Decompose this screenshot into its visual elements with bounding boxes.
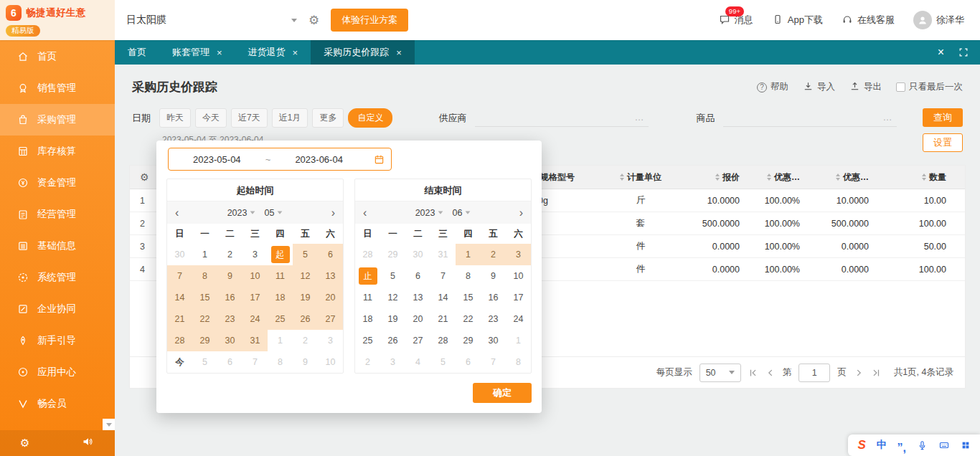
date-cell[interactable]: 24 [242, 308, 268, 330]
year-select[interactable]: 2023 [227, 208, 256, 218]
date-cell[interactable]: 28 [355, 244, 380, 265]
date-cell-marker[interactable]: 止 [355, 265, 380, 287]
date-cell[interactable]: 7 [167, 265, 192, 287]
sound-icon[interactable] [82, 436, 93, 450]
date-cell[interactable]: 12 [293, 265, 318, 287]
date-cell[interactable]: 2 [481, 244, 506, 265]
prev-page-button[interactable] [765, 368, 776, 378]
sidebar-item-home[interactable]: 首页 [0, 41, 115, 72]
date-cell[interactable]: 15 [192, 287, 217, 308]
date-cell[interactable]: 3 [506, 244, 531, 265]
next-month-icon[interactable]: › [519, 201, 523, 224]
date-cell[interactable]: 30 [217, 330, 242, 351]
date-cell[interactable]: 19 [380, 308, 405, 330]
date-preset-button[interactable]: 近1月 [272, 108, 308, 128]
messages-button[interactable]: 99+ 消息 [719, 14, 753, 27]
date-cell[interactable]: 1 [192, 244, 217, 265]
fullscreen-icon[interactable] [958, 47, 969, 57]
user-menu[interactable]: 徐泽华 [913, 11, 964, 29]
date-cell[interactable]: 1 [456, 244, 481, 265]
date-cell[interactable]: 30 [405, 244, 430, 265]
date-cell[interactable]: 7 [481, 351, 506, 373]
start-date-value[interactable]: 2023-05-04 [169, 154, 265, 165]
date-cell[interactable]: 26 [380, 330, 405, 351]
settings-gear-icon[interactable]: ⚙ [308, 13, 319, 28]
first-page-button[interactable] [748, 368, 758, 378]
microphone-icon[interactable] [917, 440, 928, 451]
date-cell[interactable]: 3 [242, 244, 268, 265]
date-cell[interactable]: 22 [192, 308, 217, 330]
tab-1[interactable]: 账套管理× [159, 40, 235, 65]
date-cell[interactable]: 22 [456, 308, 481, 330]
date-cell[interactable]: 30 [167, 244, 192, 265]
date-custom-button[interactable]: 自定义 [348, 108, 392, 128]
date-cell[interactable]: 3 [318, 330, 343, 351]
column-qty[interactable]: 数量 [873, 171, 965, 184]
per-page-select[interactable]: 50 [699, 364, 741, 382]
date-cell[interactable]: 10 [318, 351, 343, 373]
date-cell[interactable]: 4 [405, 351, 430, 373]
sidebar-item-guide[interactable]: 新手引导 [0, 325, 115, 356]
column-price[interactable]: 报价 [675, 171, 744, 184]
date-cell[interactable]: 25 [355, 330, 380, 351]
date-cell[interactable]: 20 [405, 308, 430, 330]
ime-punctuation-toggle[interactable]: ”, [897, 445, 905, 451]
date-cell[interactable]: 5 [293, 244, 318, 265]
sidebar-item-operate[interactable]: 经营管理 [0, 199, 115, 230]
date-cell[interactable]: 20 [318, 287, 343, 308]
date-cell[interactable]: 18 [355, 308, 380, 330]
prev-month-icon[interactable]: ‹ [175, 201, 179, 224]
product-lookup-icon[interactable]: … [878, 112, 897, 123]
date-cell[interactable]: 8 [506, 351, 531, 373]
date-cell[interactable]: 12 [380, 287, 405, 308]
date-cell[interactable]: 30 [481, 330, 506, 351]
sidebar-settings-gear-icon[interactable]: ⚙ [20, 437, 29, 450]
date-cell[interactable]: 6 [456, 351, 481, 373]
online-service-button[interactable]: 在线客服 [842, 14, 895, 27]
export-button[interactable]: 导出 [849, 81, 882, 94]
date-cell-marker[interactable]: 起 [268, 244, 293, 265]
next-month-icon[interactable]: › [331, 201, 335, 224]
date-cell[interactable]: 9 [217, 265, 242, 287]
brand-logo[interactable]: 6 畅捷通好生意 精易版 [0, 0, 115, 40]
sidebar-item-enterprise[interactable]: 企业协同 [0, 293, 115, 325]
date-cell[interactable]: 15 [456, 287, 481, 308]
sidebar-item-info[interactable]: 基础信息 [0, 230, 115, 262]
close-tab-icon[interactable]: × [293, 47, 298, 58]
sort-icon[interactable] [836, 174, 840, 181]
company-select[interactable]: 日太阳膜 [126, 14, 297, 27]
date-cell[interactable]: 5 [380, 265, 405, 287]
date-cell[interactable]: 6 [318, 244, 343, 265]
sidebar-item-member[interactable]: 畅会员 [0, 388, 115, 419]
close-tab-icon[interactable]: × [396, 47, 402, 58]
sort-icon[interactable] [620, 174, 624, 181]
help-button[interactable]: ? 帮助 [757, 81, 788, 93]
date-cell[interactable]: 6 [405, 265, 430, 287]
date-cell[interactable]: 11 [355, 287, 380, 308]
date-cell[interactable]: 17 [506, 287, 531, 308]
date-cell[interactable]: 7 [430, 265, 456, 287]
date-cell[interactable]: 5 [430, 351, 456, 373]
sort-icon[interactable] [922, 174, 926, 181]
date-cell[interactable]: 23 [481, 308, 506, 330]
query-button[interactable]: 查询 [923, 108, 963, 127]
date-cell[interactable]: 29 [456, 330, 481, 351]
month-select[interactable]: 06 [452, 208, 471, 218]
date-cell[interactable]: 10 [242, 265, 268, 287]
date-cell[interactable]: 8 [268, 351, 293, 373]
date-cell[interactable]: 8 [192, 265, 217, 287]
date-cell[interactable]: 16 [481, 287, 506, 308]
date-cell[interactable]: 8 [456, 265, 481, 287]
date-cell[interactable]: 今 [167, 351, 192, 373]
date-cell[interactable]: 29 [380, 244, 405, 265]
date-cell[interactable]: 5 [192, 351, 217, 373]
date-preset-button[interactable]: 昨天 [159, 108, 191, 128]
close-tab-icon[interactable]: × [217, 47, 222, 58]
date-cell[interactable]: 29 [192, 330, 217, 351]
date-cell[interactable]: 1 [506, 330, 531, 351]
date-cell[interactable]: 25 [268, 308, 293, 330]
trial-plan-button[interactable]: 体验行业方案 [331, 9, 408, 32]
supplier-lookup-icon[interactable]: … [630, 112, 649, 123]
date-cell[interactable]: 9 [481, 265, 506, 287]
close-all-tabs-icon[interactable]: × [938, 47, 944, 58]
